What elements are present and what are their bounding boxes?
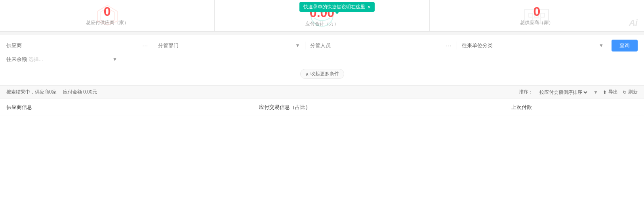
amount-text: 应付金额 0.00元	[63, 89, 97, 95]
table-body	[0, 116, 644, 204]
refresh-button[interactable]: ↻ 刷新	[623, 89, 638, 95]
filter-bar: 供应商 ··· 分管部门 ▼ 分管人员 ··· 往来单位分类 ▼ 查询	[0, 35, 644, 86]
payable-suppliers-number: 0	[104, 5, 111, 18]
person-label: 分管人员	[310, 42, 331, 49]
stat-total-suppliers: 0 总供应商（家） Ai	[430, 0, 644, 31]
tooltip-text: 快速录单的快捷键说明在这里	[303, 4, 365, 10]
person-dots[interactable]: ···	[446, 42, 452, 49]
unit-class-input[interactable]	[494, 41, 597, 50]
unit-class-chevron[interactable]: ▼	[599, 43, 604, 48]
export-icon: ⬆	[603, 90, 607, 95]
department-chevron[interactable]: ▼	[295, 43, 300, 48]
tooltip-close[interactable]: ×	[368, 4, 371, 10]
results-left: 搜索结果中，供应商0家 应付金额 0.00元	[6, 89, 97, 95]
filter-row-1: 供应商 ··· 分管部门 ▼ 分管人员 ··· 往来单位分类 ▼ 查询	[6, 40, 638, 51]
divider-3	[457, 42, 457, 50]
balance-chevron[interactable]: ▼	[112, 57, 117, 62]
department-input[interactable]	[180, 41, 293, 50]
payable-total-label: 应付合计（万）	[305, 21, 339, 27]
col-supplier-header: 供应商信息	[6, 104, 259, 111]
stat-payable-suppliers: 0 总应付供应商（家）	[0, 0, 215, 31]
svg-rect-9	[541, 13, 545, 17]
unit-class-filter: 往来单位分类 ▼	[462, 41, 604, 50]
supplier-input[interactable]	[26, 41, 141, 50]
payable-suppliers-label: 总应付供应商（家）	[86, 19, 129, 26]
total-suppliers-label: 总供应商（家）	[520, 19, 553, 26]
query-button[interactable]: 查询	[612, 40, 638, 51]
export-label: 导出	[608, 89, 618, 95]
sort-select[interactable]: 按应付会额倒序排序	[538, 89, 589, 95]
person-input[interactable]	[332, 41, 445, 50]
query-btn-wrap: 查询	[612, 40, 638, 51]
supplier-label: 供应商	[6, 42, 24, 49]
divider-2	[305, 42, 305, 50]
person-filter: 分管人员 ···	[310, 41, 452, 50]
supplier-dots[interactable]: ···	[143, 42, 149, 49]
divider-1	[153, 42, 153, 50]
results-right: 排序： 按应付会额倒序排序 ▼ ⬆ 导出 ↻ 刷新	[519, 89, 638, 95]
balance-label: 往来余额	[6, 56, 27, 63]
collapse-row: ∧ 收起更多条件	[6, 67, 638, 80]
refresh-icon: ↻	[623, 90, 627, 95]
ai-label: Ai	[629, 18, 638, 28]
department-filter: 分管部门 ▼	[158, 41, 300, 50]
export-button[interactable]: ⬆ 导出	[603, 89, 618, 95]
results-bar: 搜索结果中，供应商0家 应付金额 0.00元 排序： 按应付会额倒序排序 ▼ ⬆…	[0, 86, 644, 99]
balance-filter: 往来余额 选择... ▼	[6, 55, 117, 64]
collapse-button[interactable]: ∧ 收起更多条件	[300, 69, 344, 79]
collapse-chevron: ∧	[305, 71, 309, 77]
sort-label: 排序：	[519, 89, 533, 95]
department-label: 分管部门	[158, 42, 179, 49]
collapse-label: 收起更多条件	[311, 71, 339, 77]
total-suppliers-number: 0	[533, 5, 540, 18]
filter-row-2: 往来余额 选择... ▼	[6, 55, 638, 64]
balance-select[interactable]: 选择...	[29, 55, 111, 64]
svg-rect-7	[529, 13, 533, 17]
table-header: 供应商信息 应付交易信息（占比） 上次付款	[0, 99, 644, 116]
shortcut-tooltip: 快速录单的快捷键说明在这里 ×	[299, 2, 375, 12]
unit-class-label: 往来单位分类	[462, 42, 493, 49]
sort-chevron[interactable]: ▼	[593, 90, 598, 95]
supplier-filter: 供应商 ···	[6, 41, 148, 50]
refresh-label: 刷新	[628, 89, 638, 95]
search-result-text: 搜索结果中，供应商0家	[6, 89, 57, 95]
stat-payable-total: 快速录单的快捷键说明在这里 × 0.00 应付合计（万）	[215, 0, 429, 31]
col-last-pay-header: 上次付款	[511, 104, 638, 111]
stats-bar: 0 总应付供应商（家） 快速录单的快捷键说明在这里 × 0.00 应付合计（万）	[0, 0, 644, 32]
col-transaction-header: 应付交易信息（占比）	[259, 104, 512, 111]
